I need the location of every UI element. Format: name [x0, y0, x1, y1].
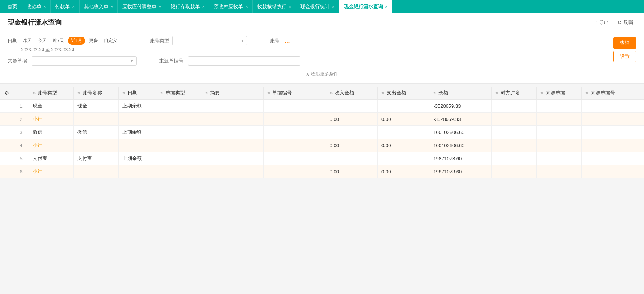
export-button[interactable]: ↑ 导出 — [592, 18, 612, 27]
sort-icon: ⇅ — [433, 91, 436, 95]
col-gear-header: ⚙ — [0, 87, 14, 100]
date-btn-custom[interactable]: 自定义 — [102, 37, 120, 45]
nav-tab-label: 收款单 — [27, 3, 41, 10]
account-type-cell: 小计 — [29, 113, 74, 126]
close-icon[interactable]: × — [111, 4, 113, 9]
income-cell: 0.00 — [326, 113, 377, 126]
col-source-doc-no-label: 来源单据号 — [591, 90, 615, 96]
nav-tab-收款核销执行[interactable]: 收款核销执行 × — [253, 0, 296, 13]
collapse-bar[interactable]: ∧ 收起更多条件 — [8, 69, 636, 79]
nav-tab-label: 现金银行统计 — [300, 3, 330, 10]
close-icon[interactable]: × — [245, 4, 248, 9]
account-type-filter: 账号类型 ▾ — [150, 36, 247, 45]
col-num-header — [14, 87, 29, 100]
nav-tab-现金银行统计[interactable]: 现金银行统计 × — [296, 0, 339, 13]
chevron-up-icon: ∧ — [306, 72, 309, 77]
source-doc-no-input[interactable] — [188, 56, 300, 66]
summary-cell — [201, 139, 263, 152]
col-doc-no-label: 单据编号 — [272, 90, 292, 96]
doc-type-cell — [156, 152, 201, 165]
close-icon[interactable]: × — [202, 4, 204, 9]
col-source-doc-no-header[interactable]: ⇅ 来源单据号 — [581, 87, 644, 100]
nav-tab-现金银行流水查询[interactable]: 现金银行流水查询 × — [339, 0, 392, 13]
close-icon[interactable]: × — [72, 4, 74, 9]
col-expense-header[interactable]: ⇅ 支出金额 — [378, 87, 429, 100]
date-cell — [119, 113, 156, 126]
col-date-header[interactable]: ⇅ 日期 — [119, 87, 156, 100]
source-doc-label: 来源单据 — [8, 58, 27, 64]
close-icon[interactable]: × — [332, 4, 334, 9]
close-icon[interactable]: × — [385, 4, 387, 9]
account-type-label: 账号类型 — [150, 37, 169, 44]
table-row: 3微信微信上期余额100102606.60 — [0, 126, 644, 139]
date-btn-more[interactable]: 更多 — [87, 37, 100, 45]
source-doc-no-cell — [581, 165, 644, 178]
source-doc-no-filter: 来源单据号 — [159, 56, 300, 66]
num-cell: 6 — [14, 165, 29, 178]
nav-home-label: 首页 — [8, 3, 17, 10]
close-icon[interactable]: × — [289, 4, 291, 9]
export-icon: ↑ — [595, 19, 597, 25]
nav-tab-付款单[interactable]: 付款单 × — [51, 0, 79, 13]
close-icon[interactable]: × — [159, 4, 161, 9]
num-cell: 2 — [14, 113, 29, 126]
nav-home[interactable]: 首页 — [3, 0, 22, 13]
nav-tab-银行存取款单[interactable]: 银行存取款单 × — [166, 0, 209, 13]
settings-button[interactable]: 设置 — [613, 51, 636, 62]
nav-tab-label: 收款核销执行 — [257, 3, 287, 10]
col-source-doc-header[interactable]: ⇅ 来源单据 — [537, 87, 582, 100]
account-type-cell: 小计 — [29, 165, 74, 178]
nav-tab-label: 其他收入单 — [84, 3, 108, 10]
col-summary-header[interactable]: ⇅ 摘要 — [201, 87, 263, 100]
sort-icon: ⇅ — [33, 91, 36, 95]
nav-tab-其他收入单[interactable]: 其他收入单 × — [80, 0, 118, 13]
doc-type-cell — [156, 139, 201, 152]
col-account-name-header[interactable]: ⇅ 账号名称 — [74, 87, 119, 100]
col-income-label: 收入金额 — [335, 90, 354, 96]
balance-cell: 100102606.60 — [429, 139, 492, 152]
query-button[interactable]: 查询 — [613, 37, 636, 49]
gear-cell — [0, 126, 14, 139]
nav-tab-预收冲应收单[interactable]: 预收冲应收单 × — [209, 0, 252, 13]
col-balance-header[interactable]: ⇅ 余额 — [429, 87, 492, 100]
nav-tab-label: 预收冲应收单 — [214, 3, 243, 10]
date-cell — [119, 165, 156, 178]
account-dots-button[interactable]: ... — [282, 37, 292, 44]
account-type-select[interactable]: ▾ — [172, 36, 247, 45]
close-icon[interactable]: × — [44, 4, 46, 9]
date-btn-7days[interactable]: 近7天 — [50, 37, 66, 45]
source-doc-cell — [537, 100, 582, 113]
expense-cell — [378, 152, 429, 165]
source-doc-select[interactable]: ▾ — [32, 56, 137, 66]
date-btn-1month[interactable]: 近1月 — [68, 37, 86, 45]
account-name-cell: 现金 — [74, 100, 119, 113]
account-name-cell: 支付宝 — [74, 152, 119, 165]
nav-tab-label: 银行存取款单 — [171, 3, 200, 10]
summary-cell — [201, 126, 263, 139]
sort-icon: ⇅ — [160, 91, 163, 95]
date-btn-yesterday[interactable]: 昨天 — [20, 37, 34, 45]
nav-tab-应收应付调整单[interactable]: 应收应付调整单 × — [118, 0, 166, 13]
nav-tab-label: 应收应付调整单 — [122, 3, 156, 10]
col-doc-type-header[interactable]: ⇅ 单据类型 — [156, 87, 201, 100]
date-btn-today[interactable]: 今天 — [35, 37, 49, 45]
account-label: 账号 — [270, 37, 279, 44]
gear-icon[interactable]: ⚙ — [5, 90, 9, 96]
expense-cell: 0.00 — [378, 165, 429, 178]
col-income-header[interactable]: ⇅ 收入金额 — [326, 87, 377, 100]
col-account-type-header[interactable]: ⇅ 账号类型 — [29, 87, 74, 100]
nav-tab-收款单[interactable]: 收款单 × — [22, 0, 51, 13]
table-header-row: ⚙ ⇅ 账号类型 ⇅ 账号名称 ⇅ 日期 ⇅ 单据类型 — [0, 87, 644, 100]
col-doc-no-header[interactable]: ⇅ 单据编号 — [263, 87, 326, 100]
right-buttons: 查询 设置 — [613, 36, 636, 62]
doc-no-cell — [263, 152, 326, 165]
source-doc-no-cell — [581, 139, 644, 152]
col-counterparty-header[interactable]: ⇅ 对方户名 — [492, 87, 537, 100]
refresh-button[interactable]: ↺ 刷新 — [615, 18, 636, 27]
source-doc-no-cell — [581, 113, 644, 126]
doc-no-cell — [263, 126, 326, 139]
account-name-cell: 微信 — [74, 126, 119, 139]
date-cell — [119, 139, 156, 152]
account-filter: 账号 ... — [270, 37, 292, 44]
source-doc-no-cell — [581, 100, 644, 113]
